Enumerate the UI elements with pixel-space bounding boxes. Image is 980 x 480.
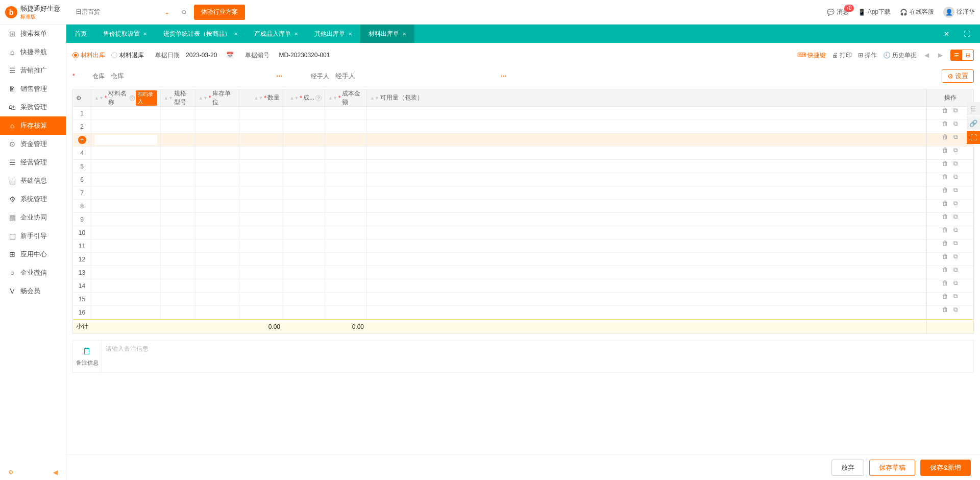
logo: b 畅捷通好生意 标准版	[5, 4, 66, 20]
messages-badge: 70	[844, 5, 854, 12]
online-service-label: 在线客服	[910, 8, 934, 16]
logo-icon: b	[5, 6, 17, 18]
headset-icon: 🎧	[900, 9, 908, 16]
category-value: 日用百货	[76, 8, 100, 16]
logo-subtitle: 标准版	[20, 13, 60, 20]
trial-plan-button[interactable]: 体验行业方案	[194, 5, 245, 20]
messages-button[interactable]: 💬 消息 70	[827, 8, 849, 16]
logo-text: 畅捷通好生意	[20, 4, 60, 13]
user-menu[interactable]: 👤 徐泽华	[943, 7, 975, 18]
message-icon: 💬	[827, 9, 835, 16]
online-service-button[interactable]: 🎧 在线客服	[900, 8, 934, 16]
app-download-button[interactable]: 📱 App下载	[858, 8, 891, 16]
avatar-icon: 👤	[943, 7, 954, 18]
chevron-down-icon: ⌄	[164, 9, 169, 16]
gear-icon[interactable]: ⚙	[177, 5, 191, 19]
phone-icon: 📱	[858, 9, 866, 16]
user-name: 徐泽华	[957, 8, 975, 16]
app-download-label: App下载	[868, 8, 891, 16]
category-select[interactable]: 日用百货 ⌄	[71, 5, 174, 20]
